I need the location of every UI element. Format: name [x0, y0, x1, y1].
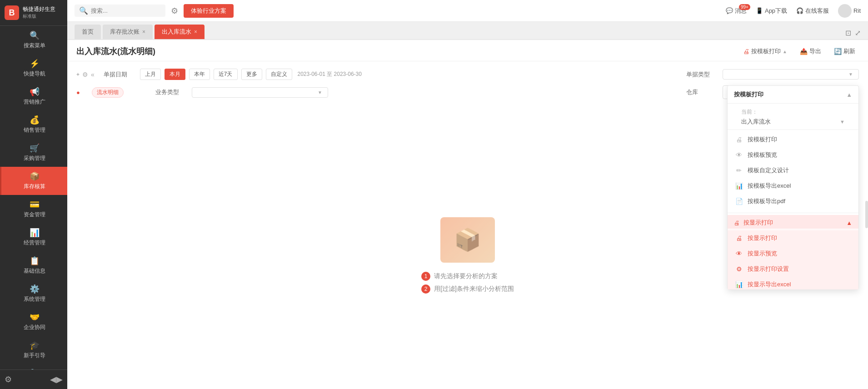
date-btn-this-month[interactable]: 本月 [165, 69, 185, 80]
topbar: 🔍 ⚙ 体验行业方案 💬 消息 99+ 📱 App下载 🎧 在线客服 Rit [67, 0, 868, 22]
dropdown-item-template-excel[interactable]: 📊 按模板导出excel [728, 178, 858, 194]
template-print-icon: 🖨 [735, 136, 743, 143]
topbar-right: 💬 消息 99+ 📱 App下载 🎧 在线客服 Rit [726, 4, 861, 18]
empty-step-2: 2 用[过滤]条件来缩小分析范围 [421, 284, 514, 294]
tab-restore-icon[interactable]: ⊡ [845, 29, 851, 37]
search-icon: 🔍 [30, 30, 40, 40]
date-range-display: 2023-06-01 至 2023-06-30 [298, 70, 362, 78]
app-download-button[interactable]: 📱 App下载 [756, 7, 787, 15]
date-btn-last-month[interactable]: 上月 [140, 69, 161, 80]
biz-select-arrow-icon: ▼ [318, 90, 322, 95]
main-area: 🔍 ⚙ 体验行业方案 💬 消息 99+ 📱 App下载 🎧 在线客服 Rit [67, 0, 868, 389]
topbar-search-icon: 🔍 [79, 6, 88, 15]
current-label: 当前： [734, 106, 852, 117]
filter-row-date: + ⚙ « 单据日期 上月 本月 本年 近7天 更多 自定义 2023-06-0… [76, 69, 859, 80]
export-button[interactable]: 📤 导出 [796, 45, 825, 57]
date-btn-custom[interactable]: 自定义 [266, 69, 292, 80]
tab-home[interactable]: 首页 [75, 25, 101, 39]
filter-date-label: 单据日期 [104, 70, 131, 79]
filter-biz-select[interactable]: ▼ [192, 87, 328, 98]
date-btn-this-year[interactable]: 本年 [189, 69, 210, 80]
sidebar-item-enterprise[interactable]: 🤝 企业协同 [0, 308, 67, 336]
filter-add-icon[interactable]: + [76, 71, 80, 78]
logo-icon: B [5, 5, 19, 20]
topbar-search-input[interactable] [91, 7, 159, 14]
empty-step-1: 1 请先选择要分析的方案 [421, 272, 514, 281]
sidebar-item-guide[interactable]: 🎓 新手引导 [0, 336, 67, 364]
filter-biz-label: 业务类型 [155, 88, 183, 96]
sidebar-item-marketing[interactable]: 📢 营销推广 [0, 82, 67, 110]
date-btn-7days[interactable]: 近7天 [214, 69, 238, 80]
display-print-section: 🖨 按显示打印 👁 按显示预览 ⚙ 按显示打印设置 📊 按显示导出excel 📄 [728, 229, 858, 290]
dropdown-item-display-print[interactable]: 🖨 按显示打印 [728, 230, 858, 246]
message-badge: 99+ [739, 4, 750, 10]
message-button[interactable]: 💬 消息 99+ [726, 7, 747, 15]
display-print-header[interactable]: 🖨 按显示打印 ▲ [728, 215, 858, 229]
sidebar-item-operation[interactable]: 📊 经营管理 [0, 223, 67, 251]
filter-warehouse-label: 仓库 [686, 88, 713, 96]
display-preview-icon: 👁 [735, 250, 743, 257]
export-icon: 📤 [800, 48, 808, 55]
filter-type-select[interactable]: ▼ [723, 69, 859, 80]
print-arrow-icon: ▲ [783, 49, 787, 54]
filter-tag-icon: ● [76, 89, 80, 96]
topbar-gear-icon[interactable]: ⚙ [171, 6, 178, 16]
filter-date-options: 上月 本月 本年 近7天 更多 自定义 2023-06-01 至 2023-06… [140, 69, 362, 80]
template-excel-icon: 📊 [735, 182, 743, 190]
filter-collapse-left-icon[interactable]: « [91, 71, 95, 78]
operation-icon: 📊 [30, 228, 40, 238]
dropdown-item-template-custom[interactable]: ✏ 模板自定义设计 [728, 163, 858, 178]
current-value[interactable]: 出入库流水 ▼ [734, 117, 852, 129]
tab-batch[interactable]: 库存批次账 × [103, 25, 153, 39]
sidebar-item-finance[interactable]: 💳 资金管理 [0, 195, 67, 223]
dropdown-item-template-preview[interactable]: 👁 按模板预览 [728, 147, 858, 163]
sidebar-item-shortcut[interactable]: ⚡ 快捷导航 [0, 54, 67, 82]
topbar-search-box[interactable]: 🔍 [75, 5, 165, 17]
sidebar-item-inventory[interactable]: 📦 库存核算 [0, 167, 67, 195]
trial-button[interactable]: 体验行业方案 [184, 4, 234, 18]
sidebar-settings-icon[interactable]: ⚙ [5, 374, 12, 384]
dropdown-item-display-preview[interactable]: 👁 按显示预览 [728, 246, 858, 261]
display-excel-icon: 📊 [735, 281, 743, 288]
sidebar-item-system[interactable]: ⚙️ 系统管理 [0, 279, 67, 308]
tab-expand-icon[interactable]: ⤢ [855, 29, 861, 37]
current-value-arrow-icon: ▼ [840, 119, 845, 125]
finance-icon: 💳 [30, 199, 40, 209]
tab-flow[interactable]: 出入库流水 × [155, 25, 205, 39]
user-profile[interactable]: Rit [838, 4, 861, 18]
marketing-icon: 📢 [30, 87, 40, 97]
inventory-icon: 📦 [30, 171, 40, 181]
dropdown-item-display-settings[interactable]: ⚙ 按显示打印设置 [728, 261, 858, 277]
system-icon: ⚙️ [30, 284, 40, 294]
sidebar-item-appstore[interactable]: 🔧 应用中心 [0, 364, 67, 369]
dropdown-item-display-excel[interactable]: 📊 按显示导出excel [728, 277, 858, 290]
sidebar-item-search[interactable]: 🔍 搜索菜单 [0, 26, 67, 54]
app-icon: 📱 [756, 7, 763, 14]
tab-flow-close[interactable]: × [194, 29, 197, 35]
template-custom-icon: ✏ [735, 167, 743, 174]
tab-batch-close[interactable]: × [142, 29, 145, 35]
refresh-button[interactable]: 🔄 刷新 [830, 45, 859, 57]
dropdown-item-template-print[interactable]: 🖨 按模板打印 [728, 132, 858, 147]
sidebar-collapse-icon[interactable]: ◀▶ [50, 374, 63, 384]
template-print-section: 🖨 按模板打印 👁 按模板预览 ✏ 模板自定义设计 📊 按模板导出excel 📄 [728, 130, 858, 211]
sidebar-item-purchase[interactable]: 🛒 采购管理 [0, 139, 67, 167]
template-preview-icon: 👁 [735, 151, 743, 159]
display-print-header-arrow-icon: ▲ [846, 219, 852, 226]
display-settings-icon: ⚙ [735, 265, 743, 273]
refresh-icon: 🔄 [834, 48, 842, 55]
sidebar-item-basic[interactable]: 📋 基础信息 [0, 251, 67, 279]
basic-icon: 📋 [30, 256, 40, 266]
print-button[interactable]: 🖨 按模板打印 ▲ [739, 45, 791, 57]
display-print-icon: 🖨 [735, 234, 743, 242]
date-btn-more[interactable]: 更多 [241, 69, 262, 80]
sidebar-item-sales[interactable]: 💰 销售管理 [0, 110, 67, 139]
dropdown-item-template-pdf[interactable]: 📄 按模板导出pdf [728, 194, 858, 209]
filter-tag-detail: 流水明细 [92, 87, 124, 98]
sales-icon: 💰 [30, 115, 40, 125]
filter-settings-icon[interactable]: ⚙ [82, 71, 88, 78]
print-icon: 🖨 [743, 48, 749, 55]
service-icon: 🎧 [796, 7, 803, 14]
sidebar: B 畅捷通好生意 标准版 🔍 搜索菜单 ⚡ 快捷导航 📢 营销推广 💰 销售管理… [0, 0, 67, 389]
online-service-button[interactable]: 🎧 在线客服 [796, 7, 829, 15]
